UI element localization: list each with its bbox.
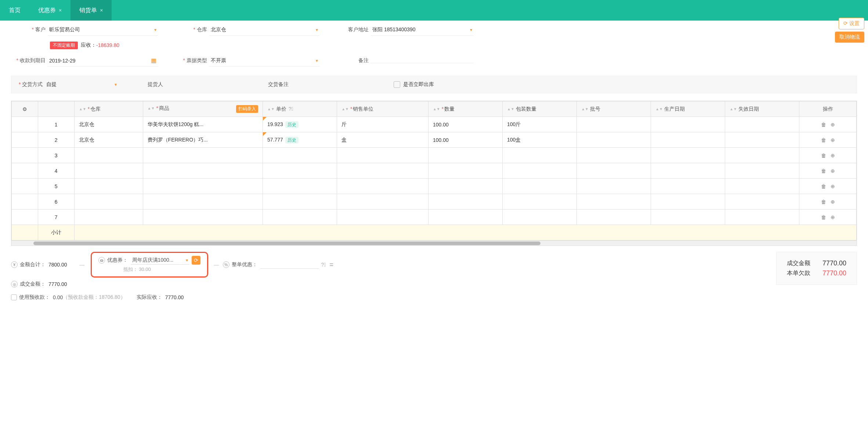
cell-mfg[interactable] xyxy=(651,117,725,132)
due-date-input[interactable]: 2019-12-29▦ xyxy=(48,55,158,67)
cell-qty[interactable] xyxy=(428,179,502,194)
cell-warehouse[interactable] xyxy=(75,210,143,225)
cell-pack[interactable] xyxy=(503,194,577,210)
cell-product[interactable] xyxy=(143,148,263,163)
cell-price[interactable]: 57.777历史 xyxy=(263,132,337,148)
help-icon[interactable]: ?⃝ xyxy=(321,262,326,268)
cell-price[interactable] xyxy=(263,148,337,163)
cell-batch[interactable] xyxy=(577,179,651,194)
cell-unit[interactable]: 盒 xyxy=(337,132,428,148)
column-mfg[interactable]: ▲▼生产日期 xyxy=(651,101,725,117)
cell-batch[interactable] xyxy=(577,163,651,179)
cell-price[interactable]: 19.923历史 xyxy=(263,117,337,132)
cell-unit[interactable] xyxy=(337,210,428,225)
close-icon[interactable]: × xyxy=(59,7,62,13)
cell-product[interactable] xyxy=(143,179,263,194)
help-icon[interactable]: ?⃝ xyxy=(289,106,293,112)
column-unit[interactable]: ▲▼*销售单位 xyxy=(337,101,428,117)
cell-warehouse[interactable] xyxy=(75,194,143,210)
table-row[interactable]: 6🗑⊕ xyxy=(12,194,857,210)
horizontal-scrollbar[interactable] xyxy=(11,240,857,246)
cell-product[interactable] xyxy=(143,194,263,210)
add-row-icon[interactable]: ⊕ xyxy=(831,183,835,189)
cell-pack[interactable]: 100斤 xyxy=(503,117,577,132)
cell-warehouse[interactable] xyxy=(75,163,143,179)
cell-exp[interactable] xyxy=(725,132,799,148)
cell-unit[interactable] xyxy=(337,179,428,194)
cell-mfg[interactable] xyxy=(651,179,725,194)
column-product[interactable]: ▲▼*商品扫码录入 xyxy=(143,101,263,117)
tab-sales-order[interactable]: 销货单× xyxy=(70,0,112,21)
delivery-method-select[interactable]: 自提▾ xyxy=(45,79,118,90)
add-row-icon[interactable]: ⊕ xyxy=(831,137,835,143)
use-prepay-checkbox[interactable] xyxy=(11,294,17,300)
cell-exp[interactable] xyxy=(725,148,799,163)
cell-pack[interactable] xyxy=(503,210,577,225)
delete-row-icon[interactable]: 🗑 xyxy=(821,153,826,158)
cell-unit[interactable] xyxy=(337,148,428,163)
cell-mfg[interactable] xyxy=(651,163,725,179)
add-row-icon[interactable]: ⊕ xyxy=(831,168,835,174)
cell-qty[interactable]: 100.00 xyxy=(428,117,502,132)
table-row[interactable]: 3🗑⊕ xyxy=(12,148,857,163)
delivery-remark-input[interactable] xyxy=(291,82,364,87)
column-price[interactable]: ▲▼单价?⃝ xyxy=(263,101,337,117)
cell-batch[interactable] xyxy=(577,194,651,210)
cell-mfg[interactable] xyxy=(651,210,725,225)
add-row-icon[interactable]: ⊕ xyxy=(831,199,835,205)
cell-product[interactable]: 费列罗（FERRERO）巧... xyxy=(143,132,263,148)
column-batch[interactable]: ▲▼批号 xyxy=(577,101,651,117)
cell-batch[interactable] xyxy=(577,117,651,132)
customer-select[interactable]: 昕乐贸易公司▾ xyxy=(48,24,158,36)
out-now-checkbox[interactable] xyxy=(394,81,400,88)
address-select[interactable]: 张阳 18513400390▾ xyxy=(371,24,474,36)
cell-qty[interactable] xyxy=(428,194,502,210)
cell-product[interactable]: 华美华夫软饼1200g 糕... xyxy=(143,117,263,132)
cell-exp[interactable] xyxy=(725,179,799,194)
cell-product[interactable] xyxy=(143,163,263,179)
tab-home[interactable]: 首页 xyxy=(0,0,29,21)
cell-warehouse[interactable]: 北京仓 xyxy=(75,132,143,148)
cell-exp[interactable] xyxy=(725,163,799,179)
cell-unit[interactable]: 斤 xyxy=(337,117,428,132)
cell-mfg[interactable] xyxy=(651,148,725,163)
cell-qty[interactable] xyxy=(428,148,502,163)
cell-price[interactable] xyxy=(263,179,337,194)
delete-row-icon[interactable]: 🗑 xyxy=(821,183,826,189)
cell-exp[interactable] xyxy=(725,194,799,210)
close-icon[interactable]: × xyxy=(100,7,103,13)
table-row[interactable]: 7🗑⊕ xyxy=(12,210,857,225)
cell-unit[interactable] xyxy=(337,163,428,179)
column-exp[interactable]: ▲▼失效日期 xyxy=(725,101,799,117)
cell-batch[interactable] xyxy=(577,132,651,148)
column-warehouse[interactable]: ▲▼*仓库 xyxy=(75,101,143,117)
delete-row-icon[interactable]: 🗑 xyxy=(821,122,826,128)
cell-pack[interactable] xyxy=(503,148,577,163)
remark-input[interactable] xyxy=(371,58,474,63)
cell-qty[interactable] xyxy=(428,210,502,225)
delete-row-icon[interactable]: 🗑 xyxy=(821,214,826,220)
column-qty[interactable]: ▲▼*数量 xyxy=(428,101,502,117)
delete-row-icon[interactable]: 🗑 xyxy=(821,199,826,205)
table-row[interactable]: 1北京仓华美华夫软饼1200g 糕...19.923历史斤100.00100斤🗑… xyxy=(12,117,857,132)
cell-product[interactable] xyxy=(143,210,263,225)
column-settings[interactable]: ⚙ xyxy=(12,101,38,117)
table-row[interactable]: 4🗑⊕ xyxy=(12,163,857,179)
cell-price[interactable] xyxy=(263,163,337,179)
cell-mfg[interactable] xyxy=(651,132,725,148)
settings-button[interactable]: ⟳ 设置 xyxy=(839,18,864,29)
cell-batch[interactable] xyxy=(577,148,651,163)
add-row-icon[interactable]: ⊕ xyxy=(831,153,835,158)
coupon-select[interactable]: 周年店庆满1000... ▾ xyxy=(131,256,189,265)
cell-batch[interactable] xyxy=(577,210,651,225)
cell-pack[interactable] xyxy=(503,179,577,194)
cell-price[interactable] xyxy=(263,210,337,225)
cell-warehouse[interactable]: 北京仓 xyxy=(75,117,143,132)
cell-unit[interactable] xyxy=(337,194,428,210)
refresh-coupon-button[interactable]: ⟳ xyxy=(192,256,200,265)
cell-exp[interactable] xyxy=(725,117,799,132)
cell-price[interactable] xyxy=(263,194,337,210)
cell-mfg[interactable] xyxy=(651,194,725,210)
delete-row-icon[interactable]: 🗑 xyxy=(821,168,826,174)
picker-input[interactable] xyxy=(165,82,239,87)
